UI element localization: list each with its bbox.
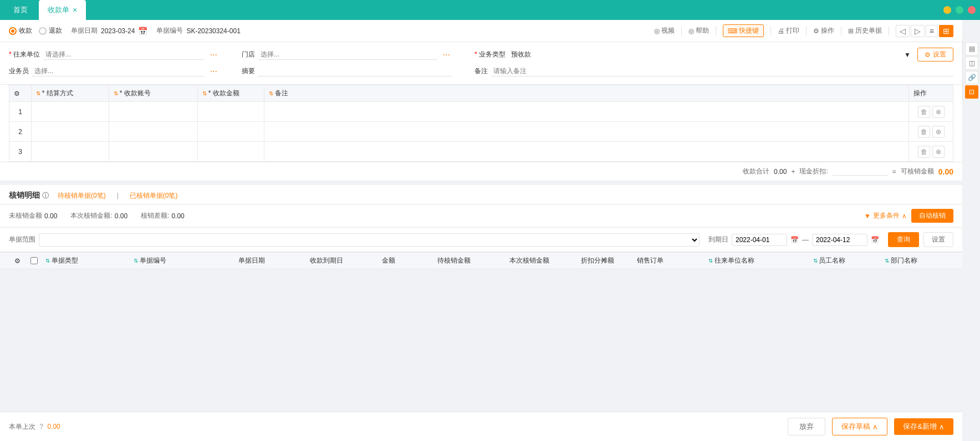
range-select[interactable] bbox=[39, 233, 700, 247]
save-new-button[interactable]: 保存&新增 ∧ bbox=[894, 418, 953, 435]
more-filter-btn[interactable]: ▼ 更多条件 ∧ bbox=[864, 211, 907, 221]
store-field: 门店 ··· bbox=[242, 49, 452, 60]
print-label: 打印 bbox=[786, 26, 799, 35]
store-more-btn[interactable]: ··· bbox=[441, 50, 452, 60]
shortcut-btn[interactable]: ⌨ 快捷键 bbox=[723, 24, 764, 37]
discount-input[interactable] bbox=[833, 167, 888, 176]
view-prev-btn[interactable]: ▷ bbox=[911, 25, 925, 37]
row-account[interactable] bbox=[109, 102, 198, 122]
biz-type-dropdown-icon[interactable]: ▼ bbox=[904, 51, 911, 59]
row-account[interactable] bbox=[109, 122, 198, 142]
biz-type-label: * 业务类型 bbox=[474, 50, 506, 59]
row-remark[interactable] bbox=[264, 142, 909, 162]
th-sales-order: 销售订单 bbox=[634, 256, 706, 265]
date-from-input[interactable] bbox=[732, 234, 787, 246]
discount-label: 现金折扣: bbox=[799, 167, 828, 176]
select-all-checkbox[interactable] bbox=[30, 257, 38, 264]
row-amount[interactable] bbox=[198, 142, 264, 162]
view-grid-btn[interactable]: ⊞ bbox=[939, 25, 953, 37]
info-icon[interactable]: ⓘ bbox=[42, 191, 49, 201]
view-list-btn[interactable]: ◁ bbox=[896, 25, 910, 37]
auto-verify-btn[interactable]: 自动核销 bbox=[911, 209, 953, 223]
calendar-from-icon[interactable]: 📅 bbox=[790, 236, 799, 244]
row-amount[interactable] bbox=[198, 122, 264, 142]
biz-type-value: 预收款 bbox=[511, 50, 531, 59]
window-maximize-btn[interactable] bbox=[956, 6, 963, 14]
th-action: 操作 bbox=[909, 85, 953, 102]
radio-shoukuan[interactable]: 收款 bbox=[9, 26, 32, 35]
calendar-to-icon[interactable]: 📅 bbox=[871, 236, 879, 244]
history-btn[interactable]: ⊞ 历史单据 bbox=[848, 26, 882, 35]
section2-title: 核销明细 ⓘ bbox=[9, 191, 49, 201]
sidebar-tool-3[interactable]: 🔗 bbox=[965, 71, 978, 84]
question-icon[interactable]: ? bbox=[39, 423, 43, 430]
sidebar-tool-4[interactable]: ⊡ bbox=[965, 85, 978, 99]
stat-unverified-value: 0.00 bbox=[44, 212, 57, 220]
row-settle[interactable] bbox=[32, 142, 109, 162]
query-btn[interactable]: 查询 bbox=[888, 232, 919, 247]
sort-icon-settle: ⇅ bbox=[36, 90, 42, 96]
print-btn[interactable]: 🖨 打印 bbox=[778, 26, 799, 35]
calendar-icon[interactable]: 📅 bbox=[138, 27, 147, 35]
draft-chevron: ∧ bbox=[872, 423, 878, 431]
row-settle[interactable] bbox=[32, 102, 109, 122]
row-settle[interactable] bbox=[32, 122, 109, 142]
staff-more-btn[interactable]: ··· bbox=[208, 66, 220, 76]
row-remark[interactable] bbox=[264, 122, 909, 142]
save-draft-button[interactable]: 保存草稿 ∧ bbox=[832, 418, 887, 435]
counterparty-input[interactable] bbox=[43, 49, 205, 60]
video-icon: ◎ bbox=[654, 27, 660, 35]
sidebar-tool-1[interactable]: ▤ bbox=[965, 42, 978, 55]
staff-input[interactable] bbox=[32, 66, 205, 76]
row-remark[interactable] bbox=[264, 102, 909, 122]
th-checkbox[interactable] bbox=[25, 257, 42, 264]
sidebar-tool-2[interactable]: ◫ bbox=[965, 57, 978, 70]
tab-close-icon[interactable]: × bbox=[73, 6, 77, 14]
upper-section: 收款 退款 单据日期 2023-03-24 📅 单据编号 SK-20230324… bbox=[0, 20, 962, 181]
date-range-field: 到期日 📅 — 📅 bbox=[708, 234, 879, 246]
bill-no-value: SK-20230324-001 bbox=[186, 27, 240, 35]
row-delete-btn[interactable]: 🗑 bbox=[918, 126, 930, 138]
discard-button[interactable]: 放弃 bbox=[788, 418, 825, 435]
window-close-btn[interactable] bbox=[968, 6, 976, 14]
row-copy-btn[interactable]: ⊕ bbox=[932, 126, 945, 138]
th-bill-no: ⇅ 单据编号 bbox=[130, 256, 234, 265]
remark-input[interactable] bbox=[491, 66, 953, 76]
table-row: 3 🗑 ⊕ bbox=[9, 142, 953, 162]
video-btn[interactable]: ◎ 视频 bbox=[654, 26, 675, 35]
done-tab[interactable]: 已核销单据(0笔) bbox=[130, 191, 178, 201]
row-account[interactable] bbox=[109, 142, 198, 162]
store-input[interactable] bbox=[258, 49, 437, 60]
date-to-input[interactable] bbox=[812, 234, 867, 246]
th-current-amount: 本次核销金额 bbox=[506, 256, 578, 265]
settings2-btn[interactable]: 设置 bbox=[923, 232, 953, 247]
tab-home-label: 首页 bbox=[13, 5, 28, 15]
required-star: * bbox=[9, 50, 13, 58]
row-amount[interactable] bbox=[198, 102, 264, 122]
help-btn[interactable]: ◎ 帮助 bbox=[688, 26, 709, 35]
right-sidebar: ▤ ◫ 🔗 ⊡ bbox=[962, 40, 980, 101]
staff-label: 业务员 bbox=[9, 66, 29, 76]
th-gear-s2[interactable]: ⚙ bbox=[9, 257, 25, 265]
tab-active[interactable]: 收款单 × bbox=[39, 0, 86, 20]
summary-input[interactable] bbox=[258, 66, 452, 76]
row-delete-btn[interactable]: 🗑 bbox=[918, 146, 930, 158]
row-copy-btn[interactable]: ⊕ bbox=[932, 106, 945, 118]
view-list2-btn[interactable]: ≡ bbox=[926, 25, 938, 37]
row-action: 🗑 ⊕ bbox=[909, 102, 953, 122]
filter-icon: ▼ bbox=[864, 212, 871, 220]
radio-tuikuan[interactable]: 退款 bbox=[39, 26, 62, 35]
row-delete-btn[interactable]: 🗑 bbox=[918, 106, 930, 118]
section2-header: 核销明细 ⓘ 待核销单据(0笔) | 已核销单据(0笔) bbox=[0, 185, 962, 204]
pending-tab[interactable]: 待核销单据(0笔) bbox=[58, 191, 106, 201]
tab-home[interactable]: 首页 bbox=[4, 0, 37, 20]
table-gear-icon: ⚙ bbox=[14, 90, 20, 98]
total-value: 0.00 bbox=[774, 168, 787, 176]
counterparty-more-btn[interactable]: ··· bbox=[208, 50, 220, 60]
row-copy-btn[interactable]: ⊕ bbox=[932, 146, 945, 158]
divider-3 bbox=[770, 27, 771, 35]
th-gear[interactable]: ⚙ bbox=[9, 85, 32, 102]
operation-btn[interactable]: ⚙ 操作 bbox=[813, 26, 834, 35]
window-minimize-btn[interactable] bbox=[943, 6, 951, 14]
settings-button[interactable]: ⚙ 设置 bbox=[917, 48, 953, 61]
